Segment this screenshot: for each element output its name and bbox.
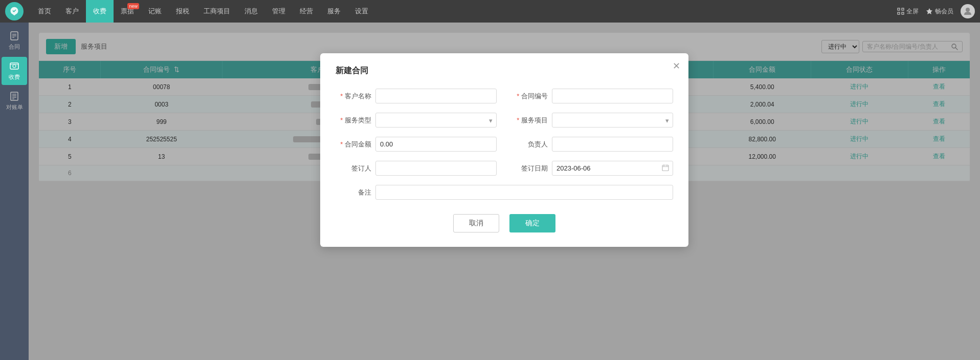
svg-rect-13 [11, 92, 18, 100]
form-row-service-type: 服务类型 ▾ [336, 113, 497, 128]
form-grid: 客户名称 合同编号 服务类型 ▾ [336, 89, 673, 200]
client-name-label: 客户名称 [336, 92, 371, 101]
svg-rect-0 [898, 8, 900, 10]
client-name-input[interactable] [375, 89, 497, 103]
calendar-icon[interactable] [662, 164, 669, 173]
form-row-amount: 合同金额 [336, 137, 497, 152]
nav-manage[interactable]: 管理 [265, 0, 293, 23]
responsible-label: 负责人 [512, 140, 548, 149]
form-row-contract-no: 合同编号 [512, 89, 673, 103]
service-type-label: 服务类型 [336, 116, 371, 125]
logo-icon [5, 2, 24, 20]
nav-settings[interactable]: 设置 [348, 0, 375, 23]
form-row-sign-date: 签订日期 [512, 161, 673, 176]
new-badge: new [127, 3, 139, 9]
contract-no-input[interactable] [552, 89, 673, 103]
nav-message[interactable]: 消息 [237, 0, 265, 23]
modal-footer: 取消 确定 [336, 214, 673, 232]
signer-input[interactable] [375, 161, 497, 176]
service-item-select-wrap: ▾ [552, 113, 673, 128]
service-type-select-wrap: ▾ [375, 113, 497, 128]
svg-rect-3 [902, 12, 904, 14]
svg-rect-1 [902, 8, 904, 10]
nav-service[interactable]: 服务 [320, 0, 348, 23]
nav-tax[interactable]: 报税 [169, 0, 196, 23]
amount-label: 合同金额 [336, 140, 371, 149]
nav-home[interactable]: 首页 [31, 0, 58, 23]
nav-operation[interactable]: 经营 [293, 0, 320, 23]
sign-date-wrap [552, 161, 673, 176]
svg-point-5 [966, 8, 970, 12]
modal-overlay: ✕ 新建合同 客户名称 合同编号 服务类型 [29, 23, 980, 360]
vip-button[interactable]: 畅会员 [926, 7, 953, 16]
svg-rect-10 [10, 63, 18, 69]
nav-right: 全屏 畅会员 [897, 4, 975, 18]
form-row-client: 客户名称 [336, 89, 497, 103]
nav-charge[interactable]: 收费 [86, 0, 114, 23]
nav-bill[interactable]: 票据 new [114, 0, 141, 23]
svg-rect-20 [662, 165, 669, 171]
cancel-button[interactable]: 取消 [453, 214, 499, 232]
svg-marker-4 [926, 8, 932, 14]
service-item-label: 服务项目 [512, 116, 548, 125]
avatar[interactable] [961, 4, 975, 18]
nav-customer[interactable]: 客户 [58, 0, 86, 23]
form-row-responsible: 负责人 [512, 137, 673, 152]
fullscreen-button[interactable]: 全屏 [897, 7, 919, 16]
app-body: 合同 收费 对账单 新增 服务项目 [0, 23, 980, 360]
svg-rect-2 [898, 12, 900, 14]
main-content: 新增 服务项目 进行中 全部 已结束 [29, 23, 980, 360]
signer-label: 签订人 [336, 164, 371, 173]
contract-no-label: 合同编号 [512, 92, 548, 101]
top-nav: 首页 客户 收费 票据 new 记账 报税 工商项目 消息 管理 经营 服务 设… [0, 0, 980, 23]
sidebar-item-fee[interactable]: 收费 [2, 57, 27, 85]
modal-title: 新建合同 [336, 66, 673, 76]
sign-date-label: 签订日期 [512, 164, 548, 173]
nav-items: 首页 客户 收费 票据 new 记账 报税 工商项目 消息 管理 经营 服务 设… [31, 0, 897, 23]
service-type-select[interactable] [375, 113, 497, 128]
sidebar: 合同 收费 对账单 [0, 23, 29, 360]
form-row-signer: 签订人 [336, 161, 497, 176]
service-item-select[interactable] [552, 113, 673, 128]
modal-new-contract: ✕ 新建合同 客户名称 合同编号 服务类型 [320, 53, 688, 247]
sidebar-item-contract[interactable]: 合同 [2, 27, 27, 55]
remark-label: 备注 [336, 188, 371, 197]
nav-business[interactable]: 工商项目 [196, 0, 237, 23]
sidebar-item-statement[interactable]: 对账单 [2, 87, 27, 115]
confirm-button[interactable]: 确定 [509, 214, 555, 232]
form-row-service-item: 服务项目 ▾ [512, 113, 673, 128]
responsible-input[interactable] [552, 137, 673, 152]
remark-input[interactable] [375, 185, 673, 200]
modal-close-button[interactable]: ✕ [673, 60, 680, 72]
form-row-remark: 备注 [336, 185, 673, 200]
nav-accounting[interactable]: 记账 [141, 0, 169, 23]
svg-point-11 [13, 65, 16, 68]
sign-date-input[interactable] [552, 161, 673, 176]
amount-input[interactable] [375, 137, 497, 152]
